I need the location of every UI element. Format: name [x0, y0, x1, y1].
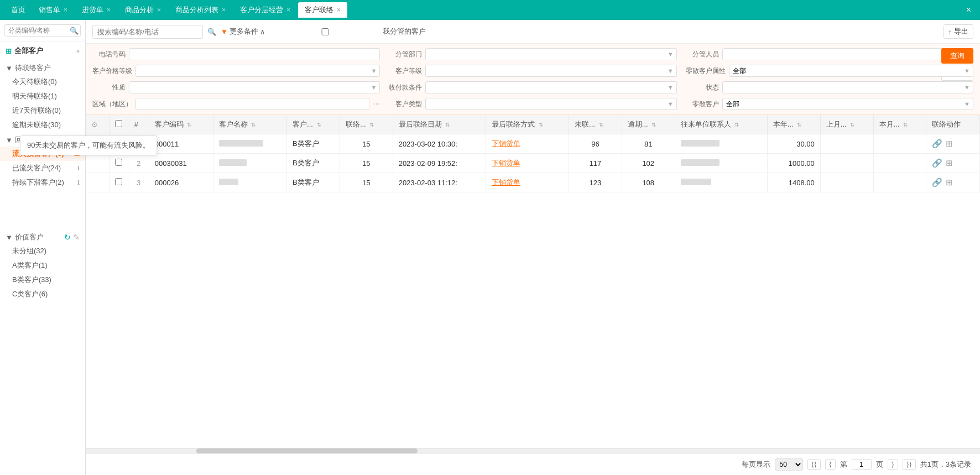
- link-way-1[interactable]: 下销货单: [492, 139, 520, 148]
- select-all-checkbox[interactable]: [115, 120, 122, 127]
- label-region: 区域（地区）: [92, 100, 132, 109]
- sidebar-section-value[interactable]: ▼ 价值客户 ↻ ✎: [0, 229, 85, 244]
- my-customers-check[interactable]: [270, 28, 380, 35]
- link-icon-2[interactable]: 🔗: [932, 158, 942, 168]
- select-retail-cust[interactable]: 全部: [722, 98, 973, 110]
- sidebar-search-input[interactable]: [4, 24, 81, 36]
- th-unit-contact[interactable]: 往来单位联系人 ⇅: [675, 115, 767, 134]
- select-payment[interactable]: [425, 81, 676, 93]
- link-icon-3[interactable]: 🔗: [932, 178, 942, 187]
- th-this-month[interactable]: 本月... ⇅: [873, 115, 926, 134]
- sidebar-item-class-b[interactable]: B类客户(33): [0, 273, 85, 287]
- edit-icon[interactable]: ✎: [73, 233, 80, 242]
- nav-home[interactable]: 首页: [4, 5, 32, 15]
- select-retail-attr[interactable]: 全部: [729, 65, 973, 77]
- select-price-grade-wrap: ▼: [135, 65, 380, 77]
- select-cust-grade[interactable]: [425, 65, 676, 77]
- nav-tab-analysis-list[interactable]: 商品分析列表 ×: [169, 2, 232, 18]
- td-od-1: 81: [622, 134, 675, 154]
- more-conditions-btn[interactable]: ▼ 更多条件 ∧: [221, 27, 265, 36]
- td-type-1: B类客户: [287, 134, 340, 154]
- filter-row-cust-grade: 客户等级 ▼: [389, 65, 676, 77]
- close-tab-customer-segment[interactable]: ×: [286, 6, 290, 14]
- nav-tab-sales[interactable]: 销售单 ×: [32, 2, 74, 18]
- th-gear[interactable]: ⚙: [86, 115, 110, 134]
- sidebar-item-already-lost[interactable]: 已流失客户(24) ℹ: [0, 161, 85, 175]
- sidebar-item-class-a[interactable]: A类客户(1): [0, 258, 85, 273]
- link-icon-1[interactable]: 🔗: [932, 139, 942, 149]
- per-page-select[interactable]: 50 100 200: [775, 458, 803, 471]
- sort-arrows-date: ⇅: [445, 122, 450, 128]
- nav-tab-customer-link[interactable]: 客户联络 ×: [298, 2, 347, 18]
- dots-region[interactable]: ···: [373, 100, 380, 108]
- sort-arrows-code: ⇅: [187, 122, 191, 128]
- export-button[interactable]: ↑ 导出: [943, 24, 974, 39]
- th-last-way[interactable]: 最后联络方式 ⇅: [486, 115, 569, 134]
- sidebar-item-overdue[interactable]: 逾期未联络(30): [0, 118, 85, 132]
- next-page-btn[interactable]: ⟩: [888, 459, 898, 470]
- last-page-btn[interactable]: ⟩⟩: [903, 459, 916, 470]
- scroll-thumb[interactable]: [196, 448, 418, 453]
- close-tab-sales[interactable]: ×: [64, 6, 67, 14]
- select-nature[interactable]: [129, 81, 380, 93]
- search-filter-icon[interactable]: 🔍: [207, 28, 216, 36]
- close-tab-analysis-list[interactable]: ×: [222, 6, 226, 14]
- page-number-input[interactable]: [852, 459, 872, 470]
- td-code-1: 000011: [149, 134, 213, 154]
- link-way-3[interactable]: 下销货单: [492, 178, 520, 186]
- filter-row-cust-type: 客户类型 ▼: [389, 98, 676, 110]
- nav-tab-customer-segment[interactable]: 客户分层经营 ×: [233, 2, 297, 18]
- input-manager[interactable]: [722, 48, 963, 60]
- refresh-icon[interactable]: ↻: [64, 233, 71, 242]
- sidebar-item-class-c[interactable]: C类客户(6): [0, 287, 85, 301]
- nav-tab-analysis[interactable]: 商品分析 ×: [118, 2, 168, 18]
- th-no-contact[interactable]: 未联... ⇅: [569, 115, 622, 134]
- grid-action-icon-2[interactable]: ⊞: [946, 158, 953, 168]
- all-customers-header[interactable]: ⊞ 全部客户 «: [0, 41, 85, 60]
- th-name[interactable]: 客户名称 ⇅: [213, 115, 287, 134]
- th-last-date[interactable]: 最后联络日期 ⇅: [393, 115, 486, 134]
- th-last-month[interactable]: 上月... ⇅: [820, 115, 873, 134]
- close-tab-analysis[interactable]: ×: [157, 6, 161, 14]
- arrow-down-icon-2: ▼: [6, 136, 13, 144]
- sidebar-collapse-btn[interactable]: «: [76, 48, 80, 54]
- select-dept-wrap: ▼: [425, 48, 676, 60]
- th-code[interactable]: 客户编码 ⇅: [149, 115, 213, 134]
- close-all-button[interactable]: ×: [962, 5, 976, 15]
- export-icon: ↑: [948, 28, 952, 36]
- grid-action-icon-3[interactable]: ⊞: [946, 178, 953, 187]
- prev-page-btn[interactable]: ⟨: [825, 459, 836, 470]
- th-contact[interactable]: 联络... ⇅: [340, 115, 393, 134]
- th-type[interactable]: 客户... ⇅: [287, 115, 340, 134]
- sidebar-item-declining[interactable]: 持续下滑客户(2) ℹ: [0, 175, 85, 190]
- select-cust-type-wrap: ▼: [425, 98, 676, 110]
- close-tab-customer-link[interactable]: ×: [337, 6, 341, 14]
- sidebar-item-week[interactable]: 近7天待联络(0): [0, 103, 85, 118]
- search-input[interactable]: [92, 25, 203, 39]
- close-tab-purchase[interactable]: ×: [107, 6, 111, 14]
- select-price-grade[interactable]: [135, 65, 380, 77]
- select-status[interactable]: [722, 81, 973, 93]
- th-overdue[interactable]: 逾期... ⇅: [622, 115, 675, 134]
- sidebar-item-tomorrow[interactable]: 明天待联络(1): [0, 89, 85, 103]
- grid-action-icon-1[interactable]: ⊞: [946, 139, 953, 149]
- row-checkbox-3[interactable]: [115, 178, 122, 185]
- pagination-bar: 每页显示 50 100 200 ⟨⟨ ⟨ 第 页 ⟩ ⟩⟩ 共1页，3条记录: [86, 453, 980, 475]
- my-customers-checkbox[interactable]: 我分管的客户: [270, 27, 426, 36]
- input-region[interactable]: [135, 98, 369, 110]
- action-icons-2: 🔗 ⊞: [932, 158, 974, 168]
- select-dept[interactable]: [425, 48, 676, 60]
- input-phone[interactable]: [129, 48, 380, 60]
- sidebar-section-pending[interactable]: ▼ 待联络客户: [0, 60, 85, 75]
- td-nc-2: 117: [569, 154, 622, 173]
- nav-tab-purchase[interactable]: 进货单 ×: [75, 2, 117, 18]
- first-page-btn[interactable]: ⟨⟨: [807, 459, 821, 470]
- link-way-2[interactable]: 下销货单: [492, 159, 520, 167]
- th-this-year[interactable]: 本年... ⇅: [768, 115, 821, 134]
- row-checkbox-2[interactable]: [115, 159, 122, 166]
- horizontal-scrollbar[interactable]: [86, 448, 980, 453]
- query-button[interactable]: 查询: [941, 48, 973, 64]
- sidebar-item-today[interactable]: 今天待联络(0): [0, 75, 85, 89]
- sidebar-item-ungroup[interactable]: 未分组(32): [0, 244, 85, 258]
- select-cust-type[interactable]: [425, 98, 676, 110]
